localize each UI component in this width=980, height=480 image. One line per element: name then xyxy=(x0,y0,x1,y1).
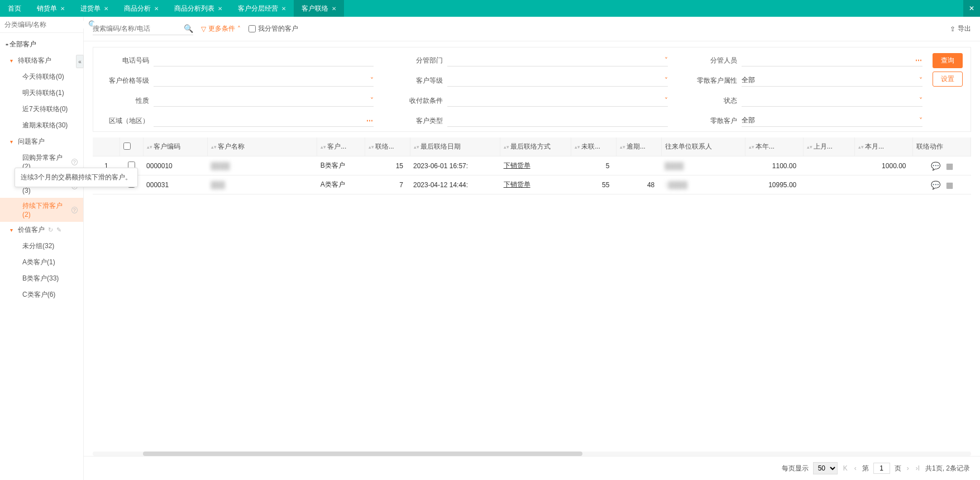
next-page[interactable]: › xyxy=(906,464,910,472)
filter-manager: 分管人员⋯ xyxy=(690,54,962,66)
more-conditions-toggle[interactable]: ▽ 更多条件 ˄ xyxy=(201,24,241,34)
tree-item[interactable]: 未分组(32) xyxy=(0,238,83,254)
last-page[interactable]: ›I xyxy=(915,464,921,472)
tab-product-analysis-list[interactable]: 商品分析列表✕ xyxy=(166,0,230,17)
chevron-up-icon: ˄ xyxy=(237,25,241,33)
prev-page[interactable]: ‹ xyxy=(853,464,858,472)
page-size-select[interactable]: 50 xyxy=(813,462,838,474)
tree-root-all-customers[interactable]: ▪▪ 全部客户 xyxy=(0,36,83,53)
col-overdue[interactable]: ▴▾逾期... xyxy=(616,137,661,156)
help-icon[interactable]: ? xyxy=(71,159,78,165)
col-uncontacted[interactable]: ▴▾未联... xyxy=(571,137,616,156)
filter-icon: ▽ xyxy=(201,25,206,33)
close-icon[interactable]: ✕ xyxy=(281,6,286,12)
filter-customer-type: 客户类型 xyxy=(396,115,667,127)
customer-name: ████ xyxy=(211,162,230,170)
tab-purchase-order[interactable]: 进货单✕ xyxy=(73,0,116,17)
tree-group-pending-contact[interactable]: ▾待联络客户 xyxy=(0,53,83,69)
filter-customer-level: 客户等级˅ xyxy=(396,74,667,87)
table-row[interactable]: 1 0000010 ████ B类客户 15 2023-06-01 16:57:… xyxy=(93,156,971,175)
tree-item[interactable]: C类客户(6) xyxy=(0,287,83,303)
sidebar-collapse[interactable]: « xyxy=(76,55,84,68)
filter-department: 分管部门˅ xyxy=(396,54,667,66)
sort-icon: ▴▾ xyxy=(858,145,864,149)
help-icon[interactable]: ? xyxy=(71,207,78,213)
filter-panel: 电话号码 分管部门˅ 分管人员⋯ 客户价格等级˅ 客户等级˅ 零散客户属性全部˅… xyxy=(93,47,971,132)
wechat-icon[interactable]: 💬 xyxy=(931,180,940,189)
scrollbar-thumb[interactable] xyxy=(143,452,582,456)
export-button[interactable]: ⇪ 导出 xyxy=(950,24,971,34)
sort-icon: ▴▾ xyxy=(369,145,374,149)
close-icon[interactable]: ✕ xyxy=(60,6,65,12)
col-customer-level[interactable]: ▴▾客户... xyxy=(317,137,365,156)
contact-person: 1████ xyxy=(665,181,687,189)
close-icon[interactable]: ✕ xyxy=(218,6,222,12)
close-all-tabs[interactable]: ✕ xyxy=(963,0,980,17)
tab-bar: 首页 销货单✕ 进货单✕ 商品分析✕ 商品分析列表✕ 客户分层经营✕ 客户联络✕… xyxy=(0,0,980,17)
tree-group-value-customers[interactable]: ▾价值客户↻✎ xyxy=(0,222,83,238)
main-content: 🔍 ▽ 更多条件 ˄ 我分管的客户 ⇪ 导出 电话号码 分管部门˅ 分管人员⋯ xyxy=(84,17,980,480)
col-this-year[interactable]: ▴▾本年... xyxy=(745,137,803,156)
query-button[interactable]: 查询 xyxy=(933,53,963,68)
tree-item[interactable]: 今天待联络(0) xyxy=(0,69,83,85)
select-all-checkbox[interactable] xyxy=(123,142,131,150)
horizontal-scrollbar[interactable] xyxy=(93,452,971,456)
col-index[interactable] xyxy=(93,137,119,156)
qr-icon[interactable]: ▦ xyxy=(946,180,953,189)
qr-icon[interactable]: ▦ xyxy=(946,161,953,170)
tree-item[interactable]: 逾期未联络(30) xyxy=(0,117,83,134)
last-method-link[interactable]: 下销货单 xyxy=(504,180,530,188)
col-last-month[interactable]: ▴▾上月... xyxy=(803,137,854,156)
col-checkbox[interactable] xyxy=(119,137,143,156)
sort-icon: ▴▾ xyxy=(749,145,754,149)
tab-customer-contact[interactable]: 客户联络✕ xyxy=(294,0,344,17)
search-icon[interactable]: 🔍 xyxy=(184,24,193,33)
tree-item-declining-customers[interactable]: 持续下滑客户(2)? xyxy=(0,198,83,222)
checkbox[interactable] xyxy=(248,25,256,32)
sort-icon: ▴▾ xyxy=(211,145,217,149)
col-last-contact-date[interactable]: ▴▾最后联络日期 xyxy=(410,137,500,156)
col-contact-person[interactable]: 往来单位联系人 xyxy=(661,137,745,156)
page-input[interactable] xyxy=(873,463,890,474)
col-this-month[interactable]: ▴▾本月... xyxy=(855,137,913,156)
main-search-input[interactable] xyxy=(93,22,184,35)
filter-scatter-attr: 零散客户属性全部˅ xyxy=(690,74,962,87)
pagination: 每页显示 50 K ‹ 第 页 › ›I 共1页, 2条记录 xyxy=(84,456,980,480)
edit-icon[interactable]: ✎ xyxy=(56,226,61,234)
wechat-icon[interactable]: 💬 xyxy=(931,161,940,170)
tree-item[interactable]: B类客户(33) xyxy=(0,270,83,287)
tab-customer-layering[interactable]: 客户分层经营✕ xyxy=(230,0,294,17)
tree-group-problem-customers[interactable]: ▾问题客户 xyxy=(0,134,83,150)
filter-region: 区域（地区）⋯ xyxy=(102,115,374,127)
filter-payment-terms: 收付款条件˅ xyxy=(396,94,667,107)
my-customers-checkbox[interactable]: 我分管的客户 xyxy=(248,24,298,34)
tree-item[interactable]: 明天待联络(1) xyxy=(0,85,83,101)
chevron-down-icon: ˅ xyxy=(665,77,668,84)
sidebar: 🔍 « ▪▪ 全部客户 ▾待联络客户 今天待联络(0) 明天待联络(1) 近7天… xyxy=(0,17,84,480)
caret-down-icon: ▾ xyxy=(10,58,16,64)
more-icon[interactable]: ⋯ xyxy=(366,117,374,125)
tab-home[interactable]: 首页 xyxy=(0,0,29,17)
col-contact[interactable]: ▴▾联络... xyxy=(365,137,410,156)
more-icon[interactable]: ⋯ xyxy=(915,56,922,64)
first-page[interactable]: K xyxy=(842,464,849,472)
table-row[interactable]: 2 000031 ███ A类客户 7 2023-04-12 14:44: 下销… xyxy=(93,175,971,194)
col-customer-name[interactable]: ▴▾客户名称 xyxy=(208,137,317,156)
grid-icon: ▪▪ xyxy=(6,41,7,47)
col-last-contact-method[interactable]: ▴▾最后联络方式 xyxy=(500,137,571,156)
close-icon[interactable]: ✕ xyxy=(104,6,108,12)
sort-icon: ▴▾ xyxy=(620,145,625,149)
sort-icon: ▴▾ xyxy=(147,145,152,149)
close-icon[interactable]: ✕ xyxy=(154,6,159,12)
tab-sales-order[interactable]: 销货单✕ xyxy=(29,0,73,17)
tree-item[interactable]: 近7天待联络(0) xyxy=(0,101,83,117)
tree-item[interactable]: A类客户(1) xyxy=(0,254,83,270)
settings-button[interactable]: 设置 xyxy=(933,72,963,87)
refresh-icon[interactable]: ↻ xyxy=(48,226,53,234)
col-customer-code[interactable]: ▴▾客户编码 xyxy=(143,137,207,156)
last-method-link[interactable]: 下销货单 xyxy=(504,161,530,169)
sidebar-search-input[interactable] xyxy=(4,21,88,28)
tab-product-analysis[interactable]: 商品分析✕ xyxy=(116,0,166,17)
sort-icon: ▴▾ xyxy=(807,145,812,149)
close-icon[interactable]: ✕ xyxy=(332,6,336,12)
